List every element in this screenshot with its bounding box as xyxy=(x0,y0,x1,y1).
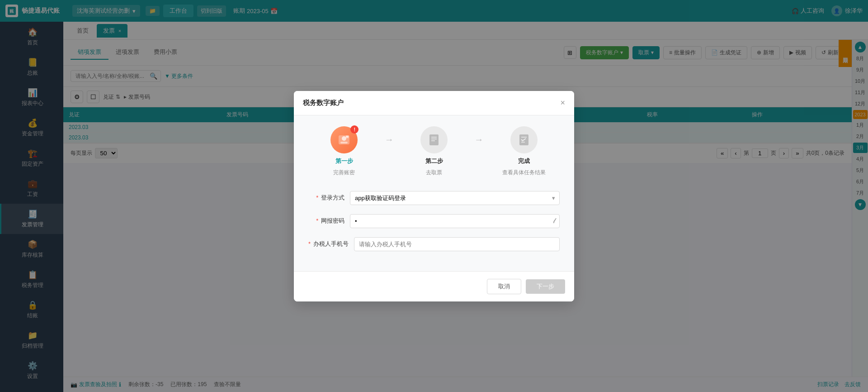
step-3-sublabel: 查看具体任务结果 xyxy=(502,169,546,177)
phone-input[interactable] xyxy=(354,237,560,251)
step-2: 第二步 去取票 xyxy=(398,126,470,177)
modal-close-button[interactable]: × xyxy=(560,98,565,108)
cancel-button[interactable]: 取消 xyxy=(487,279,521,294)
step-2-sublabel: 去取票 xyxy=(426,169,442,177)
svg-rect-4 xyxy=(340,142,348,143)
login-method-row: * 登录方式 app获取验证码登录 账号密码登录 ▾ xyxy=(308,191,560,205)
step-1: ! 第一步 完善账密 xyxy=(308,126,380,177)
eye-icon[interactable]: 𝓁 xyxy=(553,217,555,225)
step-3: 完成 查看具体任务结果 xyxy=(488,126,560,177)
step-arrow-1: → xyxy=(380,126,398,145)
step-1-badge: ! xyxy=(350,125,359,134)
login-method-label: * 登录方式 xyxy=(308,194,344,202)
step-1-icon: ! xyxy=(330,126,358,153)
modal-overlay: 税务数字账户 × ! xyxy=(0,0,868,392)
password-input[interactable] xyxy=(350,214,560,228)
step-1-sublabel: 完善账密 xyxy=(333,169,355,177)
login-method-select-wrap: app获取验证码登录 账号密码登录 ▾ xyxy=(350,191,560,205)
step-3-label: 完成 xyxy=(518,157,530,165)
step-arrow-2: → xyxy=(470,126,488,145)
svg-rect-7 xyxy=(429,134,439,145)
password-wrap: 𝓁 xyxy=(350,214,560,228)
step-2-label: 第二步 xyxy=(425,157,443,165)
step-3-icon xyxy=(510,126,538,153)
modal-body: ! 第一步 完善账密 → 第二步 xyxy=(294,115,574,271)
modal-header: 税务数字账户 × xyxy=(294,91,574,115)
password-label: * 网报密码 xyxy=(308,217,344,225)
svg-point-3 xyxy=(342,136,346,141)
next-button[interactable]: 下一步 xyxy=(526,279,565,294)
phone-label: * 办税人手机号 xyxy=(308,240,349,248)
modal-footer: 取消 下一步 xyxy=(294,271,574,301)
login-method-select[interactable]: app获取验证码登录 账号密码登录 xyxy=(350,191,560,205)
step-2-icon xyxy=(420,126,448,153)
modal-title: 税务数字账户 xyxy=(303,99,344,107)
step-1-label: 第一步 xyxy=(335,157,353,165)
steps-row: ! 第一步 完善账密 → 第二步 xyxy=(308,126,560,177)
modal-dialog: 税务数字账户 × ! xyxy=(294,91,574,301)
phone-row: * 办税人手机号 xyxy=(308,237,560,251)
password-row: * 网报密码 𝓁 xyxy=(308,214,560,228)
